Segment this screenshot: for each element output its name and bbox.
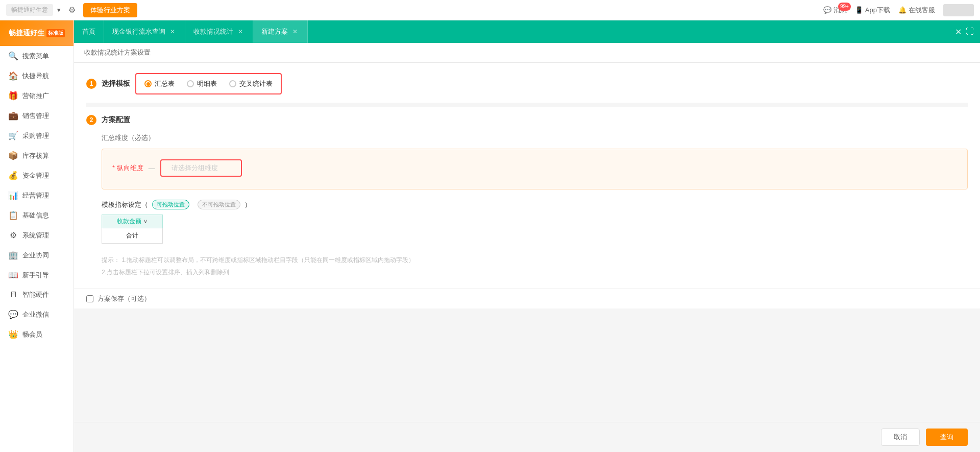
support-label: 在线客服 [909,6,935,15]
tab-bar-actions: ✕ ⛶ [955,20,980,43]
settings-icon[interactable]: ⚙ [65,3,79,17]
sales-icon: 💼 [8,111,18,121]
dimension-placeholder[interactable]: 请选择分组维度 [160,159,242,177]
indicator-col-body-wrapper: 合计 [102,228,163,244]
tab-collection-stats-label: 收款情况统计 [193,27,233,36]
support-icon: 🔔 [898,6,906,14]
gift-icon: 🎁 [8,91,18,101]
sidebar-item-operations[interactable]: 📊 经营管理 [0,185,74,205]
radio-summary-circle [144,80,152,87]
sidebar-item-sales[interactable]: 💼 销售管理 [0,106,74,126]
indicator-col-header-label: 收款金额 [117,218,141,225]
sidebar-item-search-menu[interactable]: 🔍 搜索菜单 [0,46,74,66]
tab-new-plan[interactable]: 新建方案 ✕ [253,20,308,43]
radio-detail-label: 明细表 [197,79,217,88]
subsection-title: 汇总维度（必选） [102,133,968,142]
notification-button[interactable]: 💬 消息 99+ [823,6,847,15]
tab-bank-flow-label: 现金银行流水查询 [112,27,165,36]
save-label: 方案保存（可选） [97,294,151,303]
step2-body: 汇总维度（必选） * 纵向维度 — 请选择分组维度 [102,133,968,278]
sidebar-item-enterprise[interactable]: 🏢 企业协同 [0,245,74,265]
sidebar-item-label: 营销推广 [22,91,49,101]
tab-home[interactable]: 首页 [74,20,104,43]
radio-summary[interactable]: 汇总表 [144,79,175,88]
bottom-bar: 取消 查询 [74,422,980,452]
download-button[interactable]: 📱 App下载 [855,6,890,15]
sidebar-item-label: 企业微信 [22,310,49,319]
tab-close-all-icon[interactable]: ✕ [955,27,962,37]
sidebar-logo: 畅捷通好生 标准版 [0,20,74,46]
dimension-area: * 纵向维度 — 请选择分组维度 [102,149,968,189]
sidebar-item-smart-hardware[interactable]: 🖥 智能硬件 [0,285,74,304]
dropdown-arrow-icon[interactable]: ▾ [57,6,61,14]
enterprise-icon: 🏢 [8,250,18,260]
tab-bank-flow-close[interactable]: ✕ [168,28,177,36]
notification-badge: 99+ [838,3,851,11]
save-footer: 方案保存（可选） [74,289,980,308]
step1-header: 1 选择模板 汇总表 明细表 交叉统计表 [86,73,968,94]
step2-title: 方案配置 [102,115,130,125]
sidebar-item-member[interactable]: 👑 畅会员 [0,324,74,344]
sidebar-item-base-info[interactable]: 📋 基础信息 [0,205,74,225]
sidebar-item-purchase[interactable]: 🛒 采购管理 [0,126,74,146]
system-icon: ⚙ [8,230,18,240]
step1-number: 1 [86,79,96,89]
sidebar-item-wechat[interactable]: 💬 企业微信 [0,304,74,324]
sidebar-item-label: 基础信息 [22,211,49,220]
user-avatar[interactable] [943,4,974,16]
sidebar-item-label: 系统管理 [22,231,49,240]
wechat-icon: 💬 [8,310,18,319]
indicators-label-row: 模板指标设定（ 可拖动位置 不可拖动位置 ） [102,200,968,209]
member-icon: 👑 [8,329,18,339]
sidebar-item-guide[interactable]: 📖 新手引导 [0,265,74,285]
main-area: 首页 现金银行流水查询 ✕ 收款情况统计 ✕ 新建方案 ✕ ✕ ⛶ 收 [74,20,980,452]
trial-button[interactable]: 体验行业方案 [83,3,137,17]
header-right: 💬 消息 99+ 📱 App下载 🔔 在线客服 [823,4,974,16]
save-checkbox[interactable] [86,295,93,302]
indicators-title-text: 模板指标设定（ [102,200,148,209]
tab-collection-stats-close[interactable]: ✕ [236,28,244,36]
radio-cross-circle [229,80,236,87]
tab-collection-stats[interactable]: 收款情况统计 ✕ [185,20,253,43]
sidebar-item-label: 快捷导航 [22,72,49,81]
query-button[interactable]: 查询 [926,429,968,446]
indicator-col-dropdown-icon[interactable]: ∨ [143,218,148,224]
sidebar-item-label: 销售管理 [22,111,49,121]
sidebar-item-label: 畅会员 [22,330,42,339]
app-container: 畅捷通好生 标准版 🔍 搜索菜单 🏠 快捷导航 🎁 营销推广 💼 销售管理 🛒 … [0,20,980,452]
page-title: 收款情况统计方案设置 [84,49,151,56]
radio-detail[interactable]: 明细表 [187,79,217,88]
sidebar-item-label: 搜索菜单 [22,52,49,61]
tab-bar: 首页 现金银行流水查询 ✕ 收款情况统计 ✕ 新建方案 ✕ ✕ ⛶ [74,20,980,43]
support-button[interactable]: 🔔 在线客服 [898,6,935,15]
app-header: 畅捷通好生意 ▾ ⚙ 体验行业方案 💬 消息 99+ 📱 App下载 🔔 在线客… [0,0,980,20]
tab-expand-icon[interactable]: ⛶ [966,27,974,36]
search-icon: 🔍 [8,51,18,61]
download-icon: 📱 [855,6,863,14]
indicator-col-header[interactable]: 收款金额 ∨ [102,215,163,228]
hint-line-1: 提示： 1.拖动标题栏可以调整布局，不可跨维度或指标区域拖动栏目字段（只能在同一… [102,254,968,266]
tab-bank-flow[interactable]: 现金银行流水查询 ✕ [104,20,185,43]
page-content: 收款情况统计方案设置 1 选择模板 汇总表 明细表 [74,43,980,422]
hint-2-text: 2.点击标题栏下拉可设置排序、插入列和删除列 [102,266,229,278]
sidebar-item-marketing[interactable]: 🎁 营销推广 [0,86,74,106]
sidebar-item-label: 经营管理 [22,191,49,200]
template-options: 汇总表 明细表 交叉统计表 [135,73,282,94]
notification-icon: 💬 [823,6,831,14]
step1-title: 选择模板 [102,79,130,88]
sidebar-item-label: 企业协同 [22,251,49,260]
hint-1-text: 提示： 1.拖动标题栏可以调整布局，不可跨维度或指标区域拖动栏目字段（只能在同一… [102,254,414,266]
sidebar-item-label: 采购管理 [22,131,49,140]
sidebar: 畅捷通好生 标准版 🔍 搜索菜单 🏠 快捷导航 🎁 营销推广 💼 销售管理 🛒 … [0,20,74,452]
hints-section: 提示： 1.拖动标题栏可以调整布局，不可跨维度或指标区域拖动栏目字段（只能在同一… [102,254,968,278]
sidebar-item-quick-nav[interactable]: 🏠 快捷导航 [0,66,74,86]
sidebar-item-inventory[interactable]: 📦 库存核算 [0,146,74,165]
logo-text: 畅捷通好生 [9,29,44,38]
sidebar-item-finance[interactable]: 💰 资金管理 [0,165,74,185]
tab-new-plan-close[interactable]: ✕ [291,28,299,36]
radio-cross[interactable]: 交叉统计表 [229,79,273,88]
cancel-button[interactable]: 取消 [881,429,920,446]
sidebar-item-system[interactable]: ⚙ 系统管理 [0,225,74,245]
dimension-label: * 纵向维度 [112,163,143,173]
radio-detail-circle [187,80,194,87]
